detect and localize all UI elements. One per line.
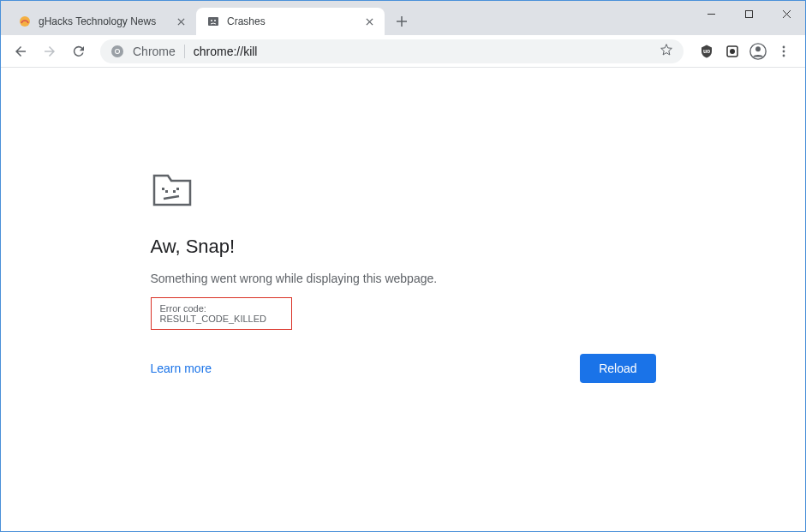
svg-rect-19 xyxy=(173,190,176,193)
svg-point-14 xyxy=(783,50,785,52)
forward-button[interactable] xyxy=(37,39,63,64)
svg-point-3 xyxy=(214,20,216,21)
extension-icons: uo xyxy=(692,42,798,61)
minimize-button[interactable] xyxy=(692,1,730,27)
svg-point-12 xyxy=(755,46,761,51)
ublock-icon[interactable]: uo xyxy=(697,42,716,61)
window-controls xyxy=(692,1,805,27)
extension-icon[interactable] xyxy=(723,42,742,61)
back-button[interactable] xyxy=(8,39,33,64)
svg-text:uo: uo xyxy=(703,48,710,54)
reload-page-button[interactable]: Reload xyxy=(580,354,655,383)
profile-avatar-icon[interactable] xyxy=(749,42,767,61)
close-window-button[interactable] xyxy=(767,1,805,27)
close-icon[interactable] xyxy=(362,15,376,28)
omnibox[interactable]: Chrome chrome://kill xyxy=(100,39,684,63)
error-actions: Learn more Reload xyxy=(151,354,656,383)
new-tab-button[interactable] xyxy=(390,9,414,33)
tab-strip: gHacks Technology News Crashes xyxy=(1,1,414,35)
error-code-box: Error code: RESULT_CODE_KILLED xyxy=(151,297,292,330)
svg-point-13 xyxy=(783,45,785,48)
titlebar: gHacks Technology News Crashes xyxy=(1,1,805,35)
tab-title: Crashes xyxy=(227,15,362,27)
maximize-button[interactable] xyxy=(730,1,767,27)
omnibox-origin-label: Chrome xyxy=(133,45,185,58)
svg-rect-18 xyxy=(176,188,179,190)
bookmark-star-icon[interactable] xyxy=(660,43,673,59)
close-icon[interactable] xyxy=(174,15,188,28)
toolbar: Chrome chrome://kill uo xyxy=(1,35,805,68)
learn-more-link[interactable]: Learn more xyxy=(151,362,212,375)
svg-point-2 xyxy=(211,20,212,21)
svg-rect-16 xyxy=(162,188,164,190)
svg-rect-1 xyxy=(208,17,218,26)
error-subtext: Something went wrong while displaying th… xyxy=(151,272,656,285)
tab-title: gHacks Technology News xyxy=(39,15,174,27)
tab-crashes[interactable]: Crashes xyxy=(196,8,385,35)
svg-rect-17 xyxy=(165,190,168,193)
favicon-ghacks-icon xyxy=(18,15,32,28)
error-heading: Aw, Snap! xyxy=(151,236,656,258)
sad-folder-icon xyxy=(151,170,656,212)
chrome-icon xyxy=(110,45,124,58)
svg-point-10 xyxy=(730,49,735,54)
tab-ghacks[interactable]: gHacks Technology News xyxy=(8,8,196,35)
omnibox-url: chrome://kill xyxy=(194,45,258,58)
svg-point-0 xyxy=(20,16,30,27)
reload-button[interactable] xyxy=(66,39,92,64)
menu-icon[interactable] xyxy=(774,42,793,61)
error-page: Aw, Snap! Something went wrong while dis… xyxy=(1,68,805,383)
svg-point-7 xyxy=(116,50,119,53)
favicon-sad-icon xyxy=(206,15,220,28)
svg-point-15 xyxy=(783,54,785,57)
svg-rect-4 xyxy=(745,10,752,17)
